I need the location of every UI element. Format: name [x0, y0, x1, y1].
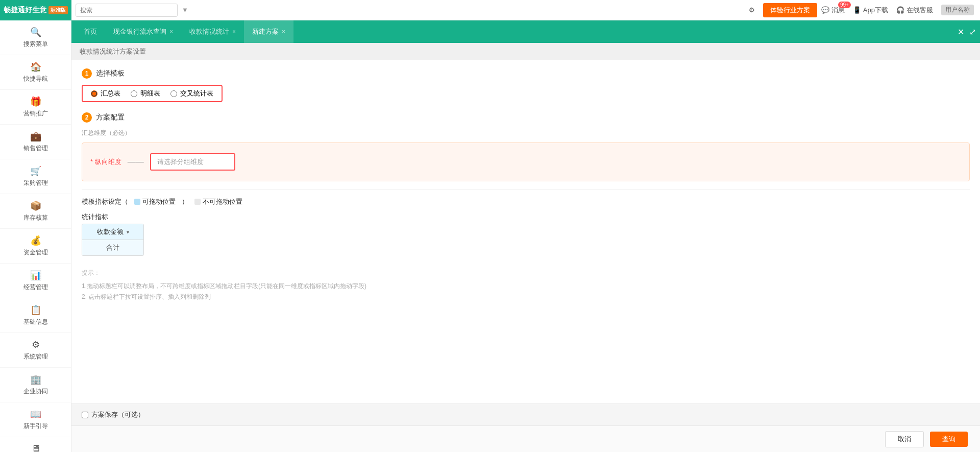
- indicator-col-header[interactable]: 收款金额 ▾: [82, 224, 143, 240]
- save-label[interactable]: 方案保存（可选）: [91, 410, 144, 419]
- indicator-table-wrapper: 统计指标 收款金额 ▾ 合计: [82, 212, 970, 257]
- tab-close-all-icon[interactable]: ✕: [958, 27, 964, 37]
- search-dropdown-icon[interactable]: ▼: [182, 6, 188, 14]
- tips-label: 提示：: [82, 268, 970, 279]
- message-btn[interactable]: 💬 消息 99+: [821, 6, 845, 15]
- bottom-action-bar: 取消 查询: [71, 425, 980, 452]
- online-service-btn[interactable]: 🎧 在线客服: [896, 6, 933, 15]
- page-inner: 收款情况统计方案设置 1 选择模板 汇总表: [71, 43, 980, 403]
- cancel-button[interactable]: 取消: [885, 431, 924, 447]
- sidebar-item-basic-info[interactable]: 📋 基础信息: [0, 298, 71, 333]
- immovable-dot: [194, 199, 201, 205]
- save-checkbox[interactable]: [82, 412, 88, 418]
- radio-detail-label[interactable]: 明细表: [140, 89, 160, 98]
- radio-cross-input[interactable]: [170, 90, 177, 97]
- arrow: ——: [128, 157, 144, 166]
- page-breadcrumb: 收款情况统计方案设置: [71, 43, 980, 60]
- tab-bar: 首页 现金银行流水查询 × 收款情况统计 × 新建方案 × ✕ ⤢: [71, 20, 980, 43]
- immovable-tag: 不可拖动位置: [194, 197, 242, 206]
- top-right-actions: 💬 消息 99+ 📱 App下载 🎧 在线客服 用户名称: [821, 5, 974, 15]
- section-1-title: 1 选择模板: [82, 68, 970, 79]
- indicator-settings: 模板指标设定（ 可拖动位置 ） 不可拖动位置: [82, 189, 970, 257]
- movable-dot: [134, 199, 140, 205]
- radio-cross-label[interactable]: 交叉统计表: [180, 89, 213, 98]
- radio-summary-label[interactable]: 汇总表: [101, 89, 120, 98]
- col-header-dropdown-icon[interactable]: ▾: [127, 229, 129, 235]
- dimension-row: 纵向维度 —— 请选择分组维度: [90, 153, 961, 171]
- tab-bar-actions: ✕ ⤢: [958, 27, 976, 37]
- operations-icon: 📊: [30, 270, 41, 281]
- movable-tag: 可拖动位置: [134, 197, 176, 206]
- radio-summary[interactable]: 汇总表: [91, 89, 120, 98]
- basic-info-icon: 📋: [30, 304, 41, 316]
- sidebar-item-inventory[interactable]: 📦 库存核算: [0, 194, 71, 229]
- sidebar-item-operations[interactable]: 📊 经营管理: [0, 264, 71, 298]
- section-template: 1 选择模板 汇总表 明细表: [82, 68, 970, 102]
- sidebar-item-enterprise[interactable]: 🏢 企业协同: [0, 368, 71, 402]
- sidebar-item-label: 采购管理: [23, 179, 48, 187]
- tips-section: 提示： 1.拖动标题栏可以调整布局，不可跨维度或指标区域拖动栏目字段(只能在同一…: [82, 268, 970, 303]
- sidebar-item-label: 快捷导航: [23, 75, 48, 83]
- tab-new-plan[interactable]: 新建方案 ×: [244, 20, 293, 43]
- tab-bank-flow-close[interactable]: ×: [169, 28, 173, 35]
- indicator-header: 模板指标设定（ 可拖动位置 ） 不可拖动位置: [82, 197, 970, 206]
- top-search-input[interactable]: [76, 4, 178, 17]
- guide-icon: 📖: [30, 409, 41, 420]
- vertical-dimension-label: 纵向维度: [90, 157, 121, 166]
- sidebar-item-hardware[interactable]: 🖥 智能硬件: [0, 437, 71, 452]
- stat-label-area: 统计指标 收款金额 ▾ 合计: [82, 212, 144, 257]
- sidebar-item-purchase[interactable]: 🛒 采购管理: [0, 159, 71, 194]
- template-selection-box: 汇总表 明细表 交叉统计表: [82, 85, 223, 102]
- user-display[interactable]: 用户名称: [941, 5, 974, 15]
- industry-btn[interactable]: 体验行业方案: [763, 3, 817, 17]
- content-area: 首页 现金银行流水查询 × 收款情况统计 × 新建方案 × ✕ ⤢: [71, 20, 980, 452]
- system-icon: ⚙: [32, 339, 40, 350]
- sidebar-item-label: 库存核算: [23, 213, 48, 222]
- sidebar-item-label: 基础信息: [23, 318, 48, 326]
- radio-summary-input[interactable]: [91, 90, 97, 97]
- page-footer: 方案保存（可选）: [71, 403, 980, 425]
- search-menu-icon: 🔍: [30, 27, 41, 38]
- tab-receipt-stat-close[interactable]: ×: [232, 28, 236, 35]
- sidebar-item-quick-nav[interactable]: 🏠 快捷导航: [0, 55, 71, 90]
- inventory-icon: 📦: [30, 200, 41, 211]
- sidebar-item-label: 企业协同: [23, 387, 48, 396]
- dimension-select[interactable]: 请选择分组维度: [150, 153, 235, 171]
- quick-nav-icon: 🏠: [30, 61, 41, 73]
- main-layout: 🔍 搜索菜单 🏠 快捷导航 🎁 营销推广 💼 销售管理 🛒 采购管理 📦 库存核…: [0, 20, 980, 452]
- app-logo: 畅捷通好生意 标准版: [0, 0, 71, 20]
- sidebar: 🔍 搜索菜单 🏠 快捷导航 🎁 营销推广 💼 销售管理 🛒 采购管理 📦 库存核…: [0, 20, 71, 452]
- tab-bank-flow[interactable]: 现金银行流水查询 ×: [105, 20, 181, 43]
- tip-1: 1.拖动标题栏可以调整布局，不可跨维度或指标区域拖动栏目字段(只能在同一维度或指…: [82, 281, 970, 292]
- app-download-btn[interactable]: 📱 App下载: [853, 6, 888, 15]
- sidebar-item-label: 资金管理: [23, 248, 48, 257]
- settings-icon[interactable]: ⚙: [745, 3, 759, 17]
- sidebar-item-marketing[interactable]: 🎁 营销推广: [0, 90, 71, 125]
- sidebar-item-guide[interactable]: 📖 新手引导: [0, 402, 71, 437]
- purchase-icon: 🛒: [30, 165, 41, 177]
- sidebar-item-system[interactable]: ⚙ 系统管理: [0, 333, 71, 368]
- tab-receipt-stat[interactable]: 收款情况统计 ×: [181, 20, 244, 43]
- tab-new-plan-close[interactable]: ×: [282, 28, 285, 35]
- sidebar-item-label: 营销推广: [23, 109, 48, 118]
- config-section: 汇总维度（必选） 纵向维度 —— 请选择分组维度: [82, 129, 970, 303]
- sidebar-item-finance[interactable]: 💰 资金管理: [0, 229, 71, 264]
- finance-icon: 💰: [30, 235, 41, 246]
- tab-maximize-icon[interactable]: ⤢: [969, 27, 976, 37]
- dimension-title: 汇总维度（必选）: [82, 129, 970, 137]
- tab-home[interactable]: 首页: [76, 20, 105, 43]
- hardware-icon: 🖥: [31, 443, 40, 452]
- sales-icon: 💼: [30, 131, 41, 142]
- indicator-table: 收款金额 ▾ 合计: [82, 224, 144, 256]
- sidebar-item-sales[interactable]: 💼 销售管理: [0, 125, 71, 159]
- indicator-col-cell: 合计: [82, 240, 143, 255]
- stat-label: 统计指标: [82, 212, 144, 222]
- section-2-title: 2 方案配置: [82, 112, 970, 123]
- radio-detail-input[interactable]: [131, 90, 137, 97]
- sidebar-item-search-menu[interactable]: 🔍 搜索菜单: [0, 20, 71, 55]
- query-button[interactable]: 查询: [930, 432, 968, 447]
- save-checkbox-area[interactable]: 方案保存（可选）: [82, 410, 144, 419]
- radio-cross[interactable]: 交叉统计表: [170, 89, 213, 98]
- radio-detail[interactable]: 明细表: [131, 89, 160, 98]
- sidebar-item-label: 新手引导: [23, 422, 48, 431]
